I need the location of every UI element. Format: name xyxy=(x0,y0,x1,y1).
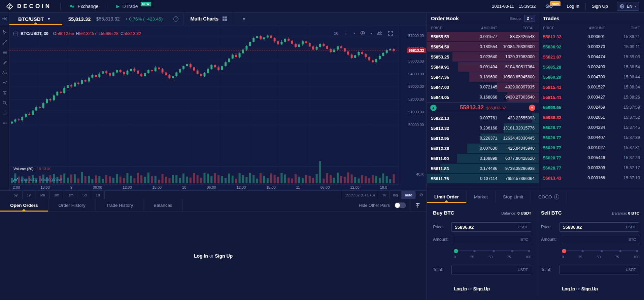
order-book-bid-row[interactable]: 55822.130.007761433.23555093 xyxy=(427,113,539,123)
collapse-watchlist-icon[interactable] xyxy=(0,13,9,25)
buy-amount-input[interactable] xyxy=(457,237,518,242)
time-axis[interactable]: 2:0018:00906:0012:0018:001006:0012:0018:… xyxy=(9,184,399,190)
order-tab-coco[interactable]: COCOi xyxy=(531,191,567,203)
fib-tool-icon[interactable] xyxy=(1,48,8,57)
pair-selector-tab[interactable]: BTC/USDT ▼ xyxy=(9,13,62,25)
order-book-bid-row[interactable]: 55811.830.1744869738.38296938 xyxy=(427,163,539,174)
fullscreen-icon[interactable] xyxy=(388,31,393,36)
cursor-tool-icon[interactable] xyxy=(1,28,8,37)
sell-price-input[interactable] xyxy=(563,225,624,230)
chart-canvas[interactable] xyxy=(9,25,399,184)
scale-log[interactable]: log xyxy=(389,191,401,199)
order-book-bid-row[interactable]: 55813.320.23616813181.32015776 xyxy=(427,123,539,133)
login-link[interactable]: Log In xyxy=(454,286,467,291)
order-book-bid-row[interactable]: 55811.900.1088986077.80428620 xyxy=(427,153,539,163)
chart-settings-gear-icon[interactable]: ⚙ xyxy=(415,192,427,197)
mid-price-row: ▲ 55813.32 $55,813.32 ▼ xyxy=(427,102,539,113)
range-1m[interactable]: 1m xyxy=(64,191,78,199)
signup-button[interactable]: Sign Up xyxy=(586,4,614,9)
chart-menu-icon[interactable]: ⋮ xyxy=(344,31,348,36)
range-1y[interactable]: 1y xyxy=(23,191,36,199)
language-selector[interactable]: EN ▾ xyxy=(617,2,639,11)
multi-charts-button[interactable]: Multi Charts xyxy=(183,13,234,25)
price-axis[interactable]: 57000.0056000.0055000.0054000.0053000.00… xyxy=(399,25,427,184)
hide-other-pairs-toggle[interactable] xyxy=(395,202,406,208)
trades-columns: PRICE AMOUNT TIME xyxy=(539,24,644,32)
more-tools-icon[interactable] xyxy=(1,119,8,127)
buy-price-label: Price: xyxy=(433,225,451,229)
sell-amount-unit: BTC xyxy=(629,237,636,241)
brush-tool-icon[interactable] xyxy=(1,58,8,67)
order-book-ask-row[interactable]: 55855.590.00157788.08426543 xyxy=(427,32,539,42)
col-amount: AMOUNT xyxy=(576,26,605,30)
interval-button[interactable]: 30 xyxy=(334,31,338,35)
buy-arrow-icon[interactable]: ▲ xyxy=(430,105,437,111)
bottom-tab-balances[interactable]: Balances xyxy=(143,199,183,212)
buy-percent-slider[interactable]: 0255075100 xyxy=(454,249,531,259)
tradingview-attribution[interactable]: charts by TradingView xyxy=(13,177,62,182)
range-1d[interactable]: 1d xyxy=(91,191,104,199)
login-button[interactable]: Log In xyxy=(561,4,585,9)
ohlc-value: 55813.32 xyxy=(124,31,141,36)
scale-auto[interactable]: auto xyxy=(401,191,415,199)
sell-amount-input[interactable] xyxy=(565,237,626,242)
bottom-tab-trade-history[interactable]: Trade History xyxy=(96,199,144,212)
sell-percent-slider[interactable]: 0255075100 xyxy=(562,249,639,259)
range-3m[interactable]: 3m xyxy=(50,191,64,199)
sell-total-unit: USDT xyxy=(626,268,636,272)
chart-type-dropdown-icon[interactable]: ▾ xyxy=(353,32,355,35)
buy-slider-knob[interactable] xyxy=(454,249,458,253)
order-book-bid-row[interactable]: 55812.950.22637112634.43330445 xyxy=(427,133,539,143)
signup-link[interactable]: Sign Up xyxy=(473,286,490,291)
indicator-dropdown-icon[interactable]: ▾ xyxy=(370,32,372,35)
buy-total-input[interactable] xyxy=(455,267,516,272)
sell-total-input[interactable] xyxy=(563,267,624,272)
order-book-ask-row[interactable]: 55844.050.1688689430.27303540 xyxy=(427,92,539,102)
zoom-tool-icon[interactable] xyxy=(1,99,8,107)
login-link[interactable]: Log In xyxy=(562,286,575,291)
candlestick-chart[interactable]: − BTC/USDT, 30 O56012.55H56132.57L55685.… xyxy=(9,25,427,190)
range-5d[interactable]: 5d xyxy=(78,191,91,199)
bars-pattern-tool-icon[interactable] xyxy=(1,109,8,117)
range-5y[interactable]: 5y xyxy=(9,191,23,199)
nav-exchange[interactable]: Exchange xyxy=(61,0,107,13)
price-tick: 55000.00 xyxy=(408,59,424,63)
login-link[interactable]: Log In xyxy=(194,253,208,259)
range-6m[interactable]: 6m xyxy=(35,191,49,199)
group-select[interactable]: 2 ▾ xyxy=(524,15,535,22)
order-book-ask-row[interactable]: 55847.030.0721454029.08397935 xyxy=(427,82,539,92)
buy-login-prompt: Log In or Sign Up xyxy=(454,286,531,291)
bottom-tab-order-history[interactable]: Order History xyxy=(48,199,96,212)
pattern-tool-icon[interactable] xyxy=(1,78,8,87)
brand-logo[interactable]: DECOIN xyxy=(0,2,60,11)
order-tab-limit-order[interactable]: Limit Order xyxy=(427,191,467,203)
indicators-icon[interactable] xyxy=(377,31,383,36)
compare-icon[interactable] xyxy=(360,31,365,36)
order-book-bid-row[interactable]: 55812.380.007630425.84845940 xyxy=(427,143,539,153)
signup-link[interactable]: Sign Up xyxy=(581,286,598,291)
nav-dtrade[interactable]: ▶ DTrade NEW xyxy=(107,0,160,13)
order-book-ask-row[interactable]: 55853.250.0236401320.37083000 xyxy=(427,52,539,62)
trade-price: 55988.82 xyxy=(543,115,576,120)
sell-slider-knob[interactable] xyxy=(562,249,566,253)
forecast-tool-icon[interactable] xyxy=(1,88,8,97)
collapse-legend-icon[interactable]: − xyxy=(13,32,18,36)
buy-price-input[interactable] xyxy=(455,225,516,230)
pair-info-icon[interactable]: i xyxy=(173,16,178,22)
order-book-ask-row[interactable]: 55849.910.0914045104.90517364 xyxy=(427,62,539,72)
clock-label: 15:39:32 (UTC+3) xyxy=(341,191,379,199)
expand-panel-icon[interactable] xyxy=(411,199,425,212)
sell-arrow-icon[interactable]: ▼ xyxy=(529,105,535,111)
order-book-ask-row[interactable]: 55854.500.18055410084.75339300 xyxy=(427,42,539,52)
order-tab-market[interactable]: Market xyxy=(467,191,496,203)
order-tab-stop-limit[interactable]: Stop Limit xyxy=(496,191,531,203)
signup-link[interactable]: Sign Up xyxy=(215,253,233,259)
order-book-ask-row[interactable]: 55847.360.18960010588.65945600 xyxy=(427,72,539,82)
bottom-tab-open-orders[interactable]: Open Orders xyxy=(0,199,48,212)
text-tool-icon[interactable]: Aa xyxy=(1,68,8,77)
scale-%[interactable]: % xyxy=(379,191,389,199)
slider-tick: 75 xyxy=(507,255,511,259)
order-book-bid-row[interactable]: 55811.760.1371147652.57366064 xyxy=(427,174,539,184)
trendline-tool-icon[interactable] xyxy=(1,38,8,47)
chart-header-dropdown-icon[interactable]: ▼ xyxy=(234,13,253,25)
